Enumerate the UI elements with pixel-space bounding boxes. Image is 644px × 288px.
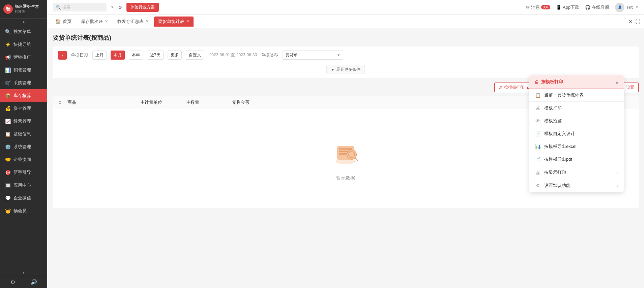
sidebar-item-finance[interactable]: 💰 资金管理 (0, 102, 47, 115)
tab-close-inventory-batch[interactable]: ✕ (105, 19, 108, 24)
message-btn[interactable]: ✉ 消息 99+ (526, 4, 550, 10)
print-template-btn[interactable]: 🖨 按模板打印 ▲ (494, 83, 534, 92)
dropdown-export-pdf-item[interactable]: 📄 按模板导出pdf (529, 153, 624, 166)
tabbar-actions: ✕ ⛶ (628, 19, 640, 24)
expand-more-btn[interactable]: ▼ 展开更多条件 (326, 65, 365, 74)
type-filter-select[interactable]: 要货单 ▼ (283, 51, 343, 60)
topbar-search[interactable]: 🔍 搜索 (53, 3, 107, 11)
divider-3 (612, 4, 612, 11)
date-prev-month-btn[interactable]: 上月 (92, 51, 107, 60)
dropdown-display-print-section: 🖨 按显示打印 › (529, 166, 624, 179)
sidebar-item-marketing[interactable]: 📢 营销推广 (0, 51, 47, 64)
divider-2 (582, 4, 582, 11)
sidebar-item-basic[interactable]: 📋 基础信息 (0, 128, 47, 140)
select-arrow-icon: ▼ (337, 53, 340, 57)
sidebar-scroll-down[interactable]: ▼ (0, 269, 47, 276)
search-icon: 🔍 (5, 29, 11, 34)
print-template-icon: 🖨 (535, 105, 541, 111)
online-service-btn[interactable]: 🎧 在线客服 (585, 4, 609, 10)
tab-close-all-icon[interactable]: ✕ (628, 19, 633, 24)
sidebar-item-purchase[interactable]: 🛒 采购管理 (0, 76, 47, 89)
sidebar-item-appstore[interactable]: 🔲 应用中心 (0, 179, 47, 192)
topbar: 🔍 搜索 ▼ ⚙ 体验行业方案 ✉ 消息 99+ 📱 App下载 🎧 在线客服 (47, 0, 644, 15)
sidebar-item-search[interactable]: 🔍 搜索菜单 (0, 25, 47, 38)
set-default-icon: ⚙ (535, 183, 541, 188)
home-icon: 🏠 (55, 19, 61, 24)
empty-state-illustration (329, 136, 362, 170)
user-dropdown-arrow[interactable]: ▼ (635, 5, 639, 9)
date-custom-btn[interactable]: 自定义 (186, 51, 204, 60)
dropdown-print-template-item[interactable]: 🖨 模板打印 (529, 102, 624, 115)
user-avatar[interactable]: 👤 (615, 3, 624, 12)
col-qty: 主数量 (186, 99, 227, 105)
dropdown-set-default-left: ⚙ 设置默认功能 (535, 183, 570, 189)
sidebar-item-inventory[interactable]: 📦 库存核算 (0, 89, 47, 102)
dropdown-current-item[interactable]: 📋 当前：要货单统计表 › (529, 89, 624, 101)
date-current-year-btn[interactable]: 本年 (129, 51, 143, 60)
display-print-arrow: › (617, 170, 618, 174)
sidebar-item-guide[interactable]: 🎯 新手引导 (0, 166, 47, 179)
table-settings-icon[interactable]: ⚙ (58, 100, 62, 105)
sidebar-item-shortcut[interactable]: ⚡ 快捷导航 (0, 38, 47, 51)
dropdown-set-default-item[interactable]: ⚙ 设置默认功能 › (529, 179, 624, 192)
current-item-arrow: › (617, 93, 618, 97)
app-download-btn[interactable]: 📱 App下载 (556, 4, 579, 10)
trial-btn[interactable]: 体验行业方案 (126, 3, 159, 12)
tab-order-stats[interactable]: 要货单统计表 ✕ (154, 17, 194, 27)
dropdown-template-design-item[interactable]: 📄 模板自定义设计 (529, 127, 624, 140)
dropdown-print-preview-item[interactable]: 👁 模板预览 (529, 115, 624, 127)
pdf-icon: 📄 (535, 157, 541, 162)
operation-icon: 📈 (5, 119, 11, 124)
tabbar: 🏠 首页 库存批次账 ✕ 收发存汇总表 ✕ 要货单统计表 ✕ ✕ ⛶ (47, 15, 644, 28)
date-last7days-btn[interactable]: 近7天 (147, 51, 164, 60)
col-product: 商品 (67, 99, 135, 105)
dropdown-display-print-item[interactable]: 🖨 按显示打印 › (529, 166, 624, 179)
download-icon: 📱 (556, 5, 561, 10)
dropdown-export-excel-left: 📊 按模板导出excel (535, 143, 576, 150)
tab-expand-icon[interactable]: ⛶ (635, 19, 640, 24)
chevron-right-icon: › (62, 53, 63, 58)
sidebar-scroll-up[interactable]: ▲ (0, 19, 47, 25)
dropdown-header: 🖨 按模板打印 ▲ (529, 75, 624, 89)
page-title: 要货单统计表(按商品) (53, 34, 639, 42)
preview-icon: 👁 (535, 118, 541, 124)
sidebar: 畅 畅康通好生意 标准版 ▲ 🔍 搜索菜单 ⚡ 快捷导航 📢 营销推广 📊 销售… (0, 0, 47, 288)
wecom-icon: 💬 (5, 195, 11, 201)
dropdown-export-pdf-left: 📄 按模板导出pdf (535, 156, 572, 162)
sound-btn[interactable]: 🔊 (30, 279, 37, 285)
display-print-icon: 🖨 (535, 170, 541, 175)
date-range-display: 2023-06-01 至 2023-06-30 (209, 52, 257, 58)
topbar-dropdown-arrow[interactable]: ▼ (111, 5, 114, 9)
date-more-btn[interactable]: 更多 (168, 51, 182, 60)
dropdown-print-preview-left: 👁 模板预览 (535, 118, 562, 124)
tab-close-receipt-summary[interactable]: ✕ (146, 19, 149, 24)
filter-expand-btn[interactable]: › (58, 51, 67, 60)
settings-bottom-btn[interactable]: ⚙ (10, 279, 15, 285)
sidebar-item-system[interactable]: ⚙️ 系统管理 (0, 140, 47, 153)
date-current-month-btn[interactable]: 本月 (111, 51, 125, 60)
user-name: Rit (627, 5, 633, 10)
tab-receipt-summary[interactable]: 收发存汇总表 ✕ (113, 17, 153, 27)
tab-home[interactable]: 🏠 首页 (51, 17, 76, 27)
settings-btn[interactable]: 设置 (622, 83, 639, 92)
dropdown-current-left: 📋 当前：要货单统计表 (535, 92, 584, 98)
dropdown-collapse-arrow[interactable]: ▲ (615, 79, 619, 85)
dropdown-header-left: 🖨 按模板打印 (534, 79, 563, 85)
sidebar-item-sales[interactable]: 📊 销售管理 (0, 64, 47, 76)
date-filter-label: 单据日期 (71, 52, 88, 58)
sidebar-item-wecom[interactable]: 💬 企业微信 (0, 192, 47, 204)
topbar-gear-btn[interactable]: ⚙ (118, 5, 122, 10)
sidebar-item-collab[interactable]: 🤝 企业协同 (0, 153, 47, 166)
sidebar-item-operation[interactable]: 📈 经营管理 (0, 115, 47, 128)
tab-inventory-batch[interactable]: 库存批次账 ✕ (77, 17, 112, 27)
dropdown-export-excel-item[interactable]: 📊 按模板导出excel (529, 140, 624, 153)
dropdown-print-template-left: 🖨 模板打印 (535, 105, 562, 111)
app-version: 标准版 (15, 9, 39, 14)
appstore-icon: 🔲 (5, 183, 11, 188)
sidebar-bottom: ⚙ 🔊 (0, 276, 47, 288)
tab-close-order-stats[interactable]: ✕ (186, 19, 189, 24)
expand-down-icon: ▼ (331, 67, 335, 72)
sidebar-item-member[interactable]: 👑 畅会员 (0, 204, 47, 217)
message-icon: ✉ (526, 5, 530, 10)
app-name: 畅康通好生意 (15, 4, 39, 9)
